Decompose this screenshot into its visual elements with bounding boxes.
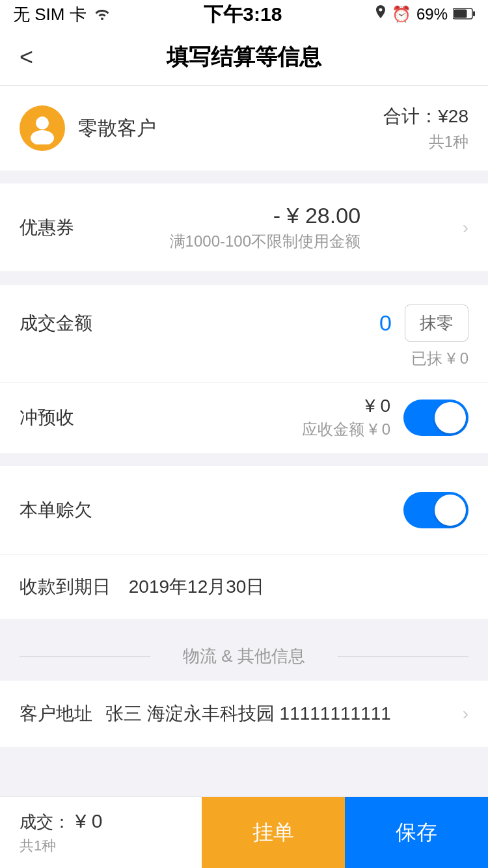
status-bar: 无 SIM 卡 下午3:18 ⏰ 69% [0,0,488,29]
address-row[interactable]: 客户地址 张三 海淀永丰科技园 11111111111 › [0,681,488,747]
nav-title: 填写结算等信息 [167,42,321,72]
prepay-toggle[interactable] [403,400,468,436]
hold-button[interactable]: 挂单 [202,797,345,869]
transaction-value: 0 [379,310,392,336]
transaction-row: 成交金额 0 抹零 [0,285,488,348]
bottom-info: 成交： ¥ 0 共1种 [0,810,202,856]
bottom-bar: 成交： ¥ 0 共1种 挂单 保存 [0,796,488,868]
coupon-label: 优惠券 [20,215,74,240]
round-off-button[interactable]: 抹零 [405,305,468,342]
prepay-amounts: ¥ 0 应收金额 ¥ 0 [302,396,390,440]
transaction-right: 0 抹零 [379,305,468,342]
person-icon [26,112,59,144]
customer-left: 零散客户 [20,105,156,151]
logistics-header: 物流 & 其他信息 [0,632,488,681]
total-amount: 合计：¥28 [383,104,468,129]
total-count: 共1种 [383,131,468,152]
coupon-right: - ¥ 28.00 满1000-100不限制使用金额 [170,203,360,252]
alarm-icon: ⏰ [392,5,411,23]
coupon-chevron-icon: › [463,217,468,238]
back-button[interactable]: < [20,44,33,71]
location-icon [375,5,386,23]
credit-row: 本单赊欠 [0,466,488,554]
address-chevron-icon: › [463,703,468,724]
status-time: 下午3:18 [204,1,282,28]
prepay-label: 冲预收 [20,405,74,430]
transaction-label: 成交金额 [20,311,92,336]
nav-bar: < 填写结算等信息 [0,29,488,86]
coupon-discount: - ¥ 28.00 [170,203,360,228]
prepay-amount: ¥ 0 [302,396,390,416]
credit-card: 本单赊欠 收款到期日 2019年12月30日 [0,466,488,619]
bottom-deal-amount: ¥ 0 [75,810,103,832]
transaction-sub: 已抹 ¥ 0 [0,348,488,382]
status-right: ⏰ 69% [375,5,475,23]
coupon-row[interactable]: 优惠券 - ¥ 28.00 满1000-100不限制使用金额 › [0,183,488,272]
svg-point-4 [31,130,54,144]
address-label: 客户地址 [20,701,92,726]
duedate-value: 2019年12月30日 [129,576,265,597]
carrier-label: 无 SIM 卡 [13,3,87,26]
bottom-deal-row: 成交： ¥ 0 [20,810,182,834]
customer-avatar [20,105,65,151]
customer-name: 零散客户 [78,115,156,142]
duedate-row: 收款到期日 2019年12月30日 [0,554,488,619]
credit-toggle[interactable] [403,492,468,528]
wifi-icon [93,5,111,25]
status-left: 无 SIM 卡 [13,3,111,26]
save-button[interactable]: 保存 [345,797,488,869]
transaction-card: 成交金额 0 抹零 已抹 ¥ 0 冲预收 ¥ 0 应收金额 ¥ 0 [0,285,488,453]
battery-icon [453,5,475,23]
svg-point-3 [36,116,49,129]
coupon-card: 优惠券 - ¥ 28.00 满1000-100不限制使用金额 › [0,183,488,272]
content: 零散客户 合计：¥28 共1种 优惠券 - ¥ 28.00 满1000-100不… [0,86,488,838]
svg-rect-2 [454,10,467,18]
customer-right: 合计：¥28 共1种 [383,104,468,152]
coupon-sub: 满1000-100不限制使用金额 [170,231,360,252]
prepay-sub: 应收金额 ¥ 0 [302,419,390,440]
customer-row: 零散客户 合计：¥28 共1种 [0,86,488,170]
svg-rect-1 [473,11,475,16]
duedate-label: 收款到期日 [20,576,111,597]
logistics-label: 物流 & 其他信息 [183,645,305,668]
credit-label: 本单赊欠 [20,498,92,522]
customer-card: 零散客户 合计：¥28 共1种 [0,86,488,170]
prepay-right: ¥ 0 应收金额 ¥ 0 [302,396,468,440]
battery-label: 69% [416,5,448,23]
bottom-deal-label: 成交： [20,812,70,832]
prepay-row: 冲预收 ¥ 0 应收金额 ¥ 0 [0,382,488,453]
address-card: 客户地址 张三 海淀永丰科技园 11111111111 › [0,681,488,747]
address-value: 张三 海淀永丰科技园 11111111111 [105,701,456,726]
bottom-count: 共1种 [20,836,182,856]
